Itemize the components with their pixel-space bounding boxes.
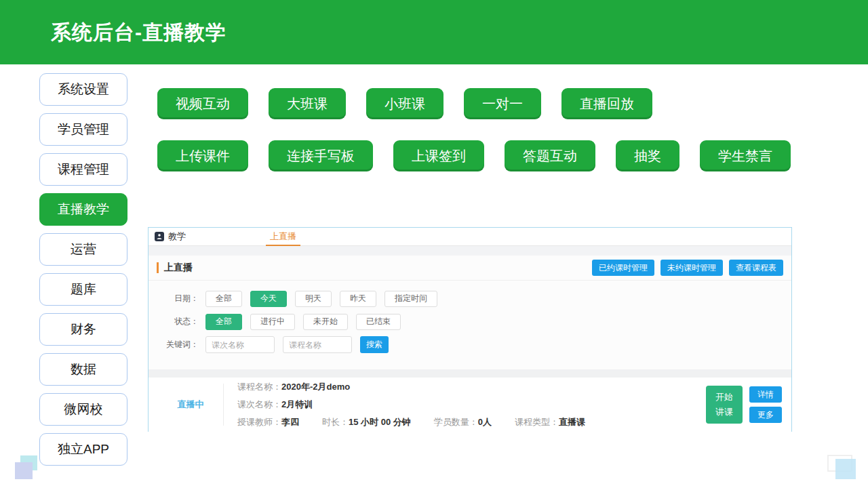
page-title: 系统后台-直播教学 bbox=[51, 0, 226, 64]
filter-row-date: 日期： 全部 今天 明天 昨天 指定时间 bbox=[159, 290, 791, 307]
view-timetable-button[interactable]: 查看课程表 bbox=[729, 260, 783, 276]
course-name-label: 课程名称： bbox=[237, 382, 281, 392]
sidebar-item-data[interactable]: 数据 bbox=[39, 353, 127, 386]
sidebar-item-system-settings[interactable]: 系统设置 bbox=[39, 73, 127, 106]
detail-button[interactable]: 详情 bbox=[749, 386, 782, 403]
feature-upload-courseware[interactable]: 上传课件 bbox=[157, 140, 248, 171]
course-name-value: 2020年-2月demo bbox=[281, 382, 350, 392]
search-button[interactable]: 搜索 bbox=[360, 336, 389, 353]
feature-quiz-interaction[interactable]: 答题互动 bbox=[505, 140, 595, 171]
status-option-ongoing[interactable]: 进行中 bbox=[250, 314, 295, 330]
status-filter-label: 状态： bbox=[159, 316, 199, 327]
page: 系统后台-直播教学 系统设置 学员管理 课程管理 直播教学 运营 题库 财务 数… bbox=[0, 0, 868, 488]
date-option-all[interactable]: 全部 bbox=[205, 291, 242, 307]
feature-mute-students[interactable]: 学生禁言 bbox=[700, 140, 791, 171]
course-actions: 开始 讲课 详情 更多 bbox=[706, 386, 782, 424]
filter-row-keyword: 关键词： 搜索 bbox=[159, 336, 791, 353]
sidebar-item-course-management[interactable]: 课程管理 bbox=[39, 153, 127, 186]
status-option-all[interactable]: 全部 bbox=[205, 314, 242, 330]
session-name-line: 课次名称：2月特训 bbox=[237, 399, 585, 411]
sidebar-item-live-teaching[interactable]: 直播教学 bbox=[39, 193, 127, 226]
section-actions: 已约课时管理 未约课时管理 查看课程表 bbox=[592, 260, 783, 276]
booked-lessons-button[interactable]: 已约课时管理 bbox=[592, 260, 654, 276]
sidebar-item-standalone-app[interactable]: 独立APP bbox=[39, 433, 127, 466]
feature-live-replay[interactable]: 直播回放 bbox=[561, 88, 652, 119]
date-filter-label: 日期： bbox=[159, 293, 199, 304]
sidebar: 系统设置 学员管理 课程管理 直播教学 运营 题库 财务 数据 微网校 独立AP… bbox=[39, 73, 127, 473]
start-teaching-button[interactable]: 开始 讲课 bbox=[706, 386, 743, 424]
sidebar-item-micro-school[interactable]: 微网校 bbox=[39, 393, 127, 426]
panel-app-label: 教学 bbox=[168, 230, 186, 243]
section-accent-bar bbox=[157, 262, 159, 273]
feature-row-2: 上传课件 连接手写板 上课签到 答题互动 抽奖 学生禁言 bbox=[157, 140, 791, 171]
status-option-not-started[interactable]: 未开始 bbox=[303, 314, 348, 330]
feature-large-class[interactable]: 大班课 bbox=[269, 88, 346, 119]
course-list-row: 直播中 课程名称：2020年-2月demo 课次名称：2月特训 授课教师：李四 … bbox=[149, 378, 791, 432]
sidebar-item-finance[interactable]: 财务 bbox=[39, 313, 127, 346]
panel-divider-strip-2 bbox=[149, 369, 791, 378]
vertical-divider bbox=[223, 384, 224, 426]
session-name-label: 课次名称： bbox=[237, 399, 281, 409]
sidebar-item-operations[interactable]: 运营 bbox=[39, 233, 127, 266]
more-button[interactable]: 更多 bbox=[749, 407, 782, 423]
status-option-finished[interactable]: 已结束 bbox=[356, 314, 401, 330]
course-type-pair: 课程类型：直播课 bbox=[515, 416, 585, 428]
teaching-app-icon bbox=[155, 232, 164, 241]
decor-square-cyan-right bbox=[835, 459, 856, 479]
panel-divider-strip bbox=[149, 246, 791, 256]
feature-class-signin[interactable]: 上课签到 bbox=[393, 140, 484, 171]
feature-lottery[interactable]: 抽奖 bbox=[616, 140, 679, 171]
live-status-badge: 直播中 bbox=[158, 399, 223, 411]
course-meta-line: 授课教师：李四 时长：15 小时 00 分钟 学员数量：0人 课程类型：直播课 bbox=[237, 416, 585, 428]
course-info: 课程名称：2020年-2月demo 课次名称：2月特训 授课教师：李四 时长：1… bbox=[237, 381, 585, 428]
duration-pair: 时长：15 小时 00 分钟 bbox=[322, 416, 411, 428]
session-name-value: 2月特训 bbox=[281, 399, 313, 409]
date-option-tomorrow[interactable]: 明天 bbox=[295, 291, 332, 307]
date-option-today[interactable]: 今天 bbox=[250, 291, 287, 307]
secondary-actions: 详情 更多 bbox=[749, 386, 782, 423]
tab-go-live[interactable]: 上直播 bbox=[266, 228, 300, 246]
page-header: 系统后台-直播教学 bbox=[0, 0, 868, 64]
feature-small-class[interactable]: 小班课 bbox=[366, 88, 443, 119]
feature-video-interaction[interactable]: 视频互动 bbox=[157, 88, 248, 119]
filter-row-status: 状态： 全部 进行中 未开始 已结束 bbox=[159, 313, 791, 330]
sidebar-item-question-bank[interactable]: 题库 bbox=[39, 273, 127, 306]
student-count-pair: 学员数量：0人 bbox=[434, 416, 492, 428]
date-option-custom[interactable]: 指定时间 bbox=[384, 291, 437, 307]
feature-row-1: 视频互动 大班课 小班课 一对一 直播回放 bbox=[157, 88, 652, 119]
section-header: 上直播 已约课时管理 未约课时管理 查看课程表 bbox=[149, 256, 791, 281]
keyword-filter-label: 关键词： bbox=[159, 339, 199, 350]
date-option-yesterday[interactable]: 昨天 bbox=[340, 291, 376, 307]
feature-one-on-one[interactable]: 一对一 bbox=[464, 88, 541, 119]
session-name-input[interactable] bbox=[205, 336, 275, 353]
feature-connect-tablet[interactable]: 连接手写板 bbox=[269, 140, 373, 171]
filter-area: 日期： 全部 今天 明天 昨天 指定时间 状态： 全部 进行中 未开始 已结束 … bbox=[149, 281, 791, 369]
course-name-input[interactable] bbox=[283, 336, 352, 353]
unbooked-lessons-button[interactable]: 未约课时管理 bbox=[660, 260, 723, 276]
decor-square-lavender-left bbox=[15, 462, 33, 479]
course-name-line: 课程名称：2020年-2月demo bbox=[237, 381, 585, 393]
teacher-pair: 授课教师：李四 bbox=[237, 416, 299, 428]
panel-tabbar: 教学 上直播 bbox=[149, 228, 791, 246]
section-title: 上直播 bbox=[164, 262, 193, 274]
sidebar-item-student-management[interactable]: 学员管理 bbox=[39, 113, 127, 146]
live-admin-panel: 教学 上直播 上直播 已约课时管理 未约课时管理 查看课程表 日期： 全部 今天… bbox=[148, 227, 792, 432]
